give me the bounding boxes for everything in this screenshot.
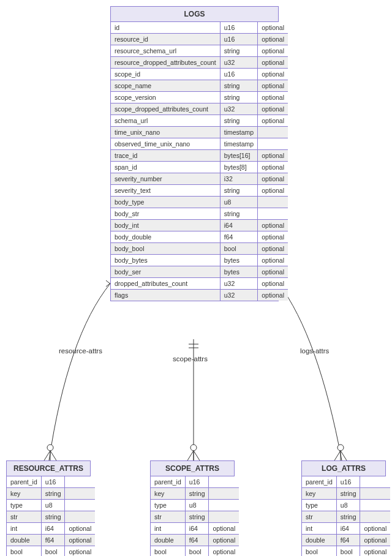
svg-line-3 bbox=[44, 451, 50, 460]
column-optional: optional bbox=[258, 278, 288, 290]
column-name: str bbox=[151, 511, 185, 523]
column-optional bbox=[209, 511, 239, 523]
column-optional bbox=[360, 488, 390, 500]
column-optional bbox=[258, 127, 288, 138]
table-row: observed_time_unix_nanotimestamp bbox=[111, 138, 288, 150]
column-name: type bbox=[302, 500, 336, 511]
column-optional bbox=[209, 500, 239, 511]
table-row: parent_idu16 bbox=[151, 476, 239, 488]
entity-logs: LOGS idu16optionalresource_idu16optional… bbox=[110, 6, 279, 301]
column-optional bbox=[209, 488, 239, 500]
column-type: u32 bbox=[220, 290, 257, 301]
column-type: u32 bbox=[220, 57, 257, 69]
column-optional: optional bbox=[258, 103, 288, 115]
column-type: f64 bbox=[220, 231, 257, 243]
column-type: u16 bbox=[336, 476, 360, 488]
column-type: string bbox=[185, 511, 209, 523]
column-optional: optional bbox=[258, 115, 288, 127]
table-row: doublef64optional bbox=[302, 535, 390, 546]
column-optional bbox=[258, 208, 288, 220]
table-row: flagsu32optional bbox=[111, 290, 288, 301]
column-optional bbox=[65, 511, 95, 523]
table-row: body_boolbooloptional bbox=[111, 243, 288, 255]
column-name: flags bbox=[111, 290, 220, 301]
column-type: i64 bbox=[41, 523, 65, 535]
svg-point-14 bbox=[337, 445, 344, 451]
entity-log-attrs-columns: parent_idu16keystringtypeu8strstringinti… bbox=[302, 476, 390, 556]
column-type: u32 bbox=[220, 278, 257, 290]
column-type: bool bbox=[41, 546, 65, 557]
column-type: f64 bbox=[41, 535, 65, 546]
column-type: timestamp bbox=[220, 138, 257, 150]
column-optional: optional bbox=[258, 243, 288, 255]
column-name: scope_dropped_attributes_count bbox=[111, 103, 220, 115]
column-name: int bbox=[151, 523, 185, 535]
table-row: scope_versionstringoptional bbox=[111, 92, 288, 103]
column-type: string bbox=[220, 80, 257, 92]
column-type: f64 bbox=[185, 535, 209, 546]
column-optional: optional bbox=[258, 69, 288, 80]
table-row: resource_schema_urlstringoptional bbox=[111, 45, 288, 57]
column-name: severity_text bbox=[111, 185, 220, 197]
column-name: str bbox=[7, 511, 41, 523]
column-name: id bbox=[111, 22, 220, 34]
table-row: inti64optional bbox=[151, 523, 239, 535]
table-row: time_unix_nanotimestamp bbox=[111, 127, 288, 138]
table-row: body_serbytesoptional bbox=[111, 266, 288, 278]
column-type: string bbox=[220, 92, 257, 103]
table-row: scope_idu16optional bbox=[111, 69, 288, 80]
column-name: body_bool bbox=[111, 243, 220, 255]
column-type: u16 bbox=[220, 69, 257, 80]
column-name: observed_time_unix_nano bbox=[111, 138, 220, 150]
column-type: u16 bbox=[185, 476, 209, 488]
column-type: i64 bbox=[185, 523, 209, 535]
svg-point-8 bbox=[190, 445, 197, 451]
column-optional: optional bbox=[258, 92, 288, 103]
table-row: boolbooloptional bbox=[302, 546, 390, 557]
column-type: u32 bbox=[220, 103, 257, 115]
table-row: doublef64optional bbox=[7, 535, 95, 546]
table-row: parent_idu16 bbox=[7, 476, 95, 488]
column-name: parent_id bbox=[302, 476, 336, 488]
column-optional: optional bbox=[360, 535, 390, 546]
column-type: bool bbox=[220, 243, 257, 255]
column-type: u16 bbox=[41, 476, 65, 488]
column-type: bytes bbox=[220, 255, 257, 266]
column-type: string bbox=[185, 488, 209, 500]
column-name: double bbox=[7, 535, 41, 546]
table-row: strstring bbox=[151, 511, 239, 523]
table-row: idu16optional bbox=[111, 22, 288, 34]
column-optional bbox=[258, 138, 288, 150]
entity-logs-columns: idu16optionalresource_idu16optionalresou… bbox=[111, 22, 288, 301]
column-type: u16 bbox=[220, 22, 257, 34]
svg-line-11 bbox=[194, 451, 200, 460]
column-optional: optional bbox=[258, 255, 288, 266]
column-name: resource_id bbox=[111, 34, 220, 45]
entity-logs-title: LOGS bbox=[111, 7, 278, 22]
column-name: key bbox=[302, 488, 336, 500]
svg-line-5 bbox=[50, 451, 56, 460]
table-row: resource_idu16optional bbox=[111, 34, 288, 45]
column-name: type bbox=[7, 500, 41, 511]
column-type: u8 bbox=[185, 500, 209, 511]
column-name: body_type bbox=[111, 197, 220, 208]
column-type: bytes[16] bbox=[220, 150, 257, 162]
column-optional bbox=[209, 476, 239, 488]
column-optional: optional bbox=[360, 546, 390, 557]
column-optional: optional bbox=[258, 220, 288, 231]
column-optional: optional bbox=[258, 290, 288, 301]
column-optional: optional bbox=[258, 57, 288, 69]
column-name: body_bytes bbox=[111, 255, 220, 266]
column-name: body_str bbox=[111, 208, 220, 220]
column-optional: optional bbox=[258, 231, 288, 243]
column-type: u8 bbox=[41, 500, 65, 511]
svg-line-17 bbox=[341, 451, 347, 460]
column-name: int bbox=[7, 523, 41, 535]
column-name: body_ser bbox=[111, 266, 220, 278]
column-optional: optional bbox=[258, 266, 288, 278]
column-name: trace_id bbox=[111, 150, 220, 162]
column-name: bool bbox=[151, 546, 185, 557]
column-optional: optional bbox=[209, 535, 239, 546]
table-row: body_bytesbytesoptional bbox=[111, 255, 288, 266]
table-row: strstring bbox=[302, 511, 390, 523]
